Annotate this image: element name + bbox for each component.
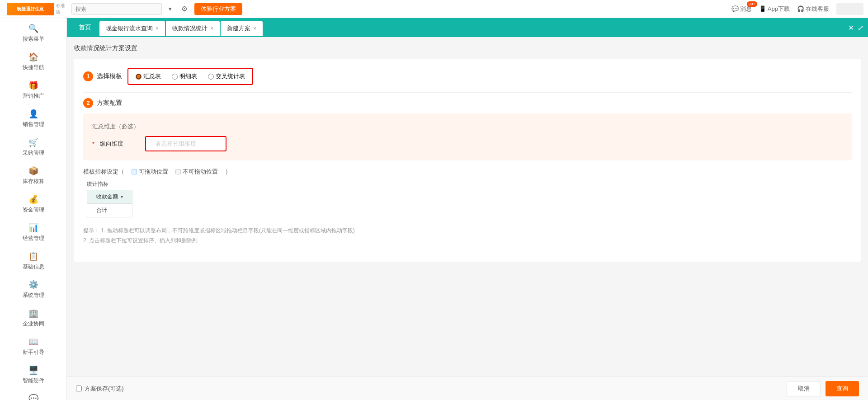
tab-close-icon[interactable]: × [253, 25, 256, 32]
settings-icon[interactable]: ⚙ [178, 3, 191, 15]
sidebar-item-label: 经营管理 [23, 235, 44, 242]
metrics-grid: 收款金额 ▾ 合计 [87, 190, 132, 217]
enterprise-icon: 🏢 [28, 308, 38, 318]
wechat-icon: 💬 [28, 394, 38, 400]
sidebar-item-quick-nav[interactable]: 🏠 快捷导航 [0, 47, 66, 75]
cancel-button[interactable]: 取消 [787, 381, 821, 396]
tab-home[interactable]: 首页 [71, 20, 99, 35]
divider1 [83, 92, 852, 93]
step1-title: 选择模板 [97, 72, 122, 80]
arrow-separator: —— [129, 141, 140, 147]
sidebar-item-system[interactable]: ⚙️ 系统管理 [0, 274, 66, 303]
dimension-placeholder: 请选择分组维度 [155, 140, 196, 147]
sidebar-item-search-menu[interactable]: 🔍 搜索菜单 [0, 18, 66, 47]
draggable-tag: 可拖动位置 [132, 168, 168, 176]
logo-image: 畅捷通好生意 [7, 3, 54, 15]
app-logo: 畅捷通好生意 标准版 [5, 0, 68, 18]
sidebar-item-label: 销售管理 [23, 121, 44, 128]
sidebar-item-label: 系统管理 [23, 292, 44, 299]
sidebar-item-label: 企业协同 [23, 320, 44, 328]
dimension-section-label: 汇总维度（必选） [92, 122, 843, 131]
tab-close-icon[interactable]: × [156, 25, 159, 32]
drag-dot-blue [132, 169, 137, 174]
sidebar-item-label: 新手引导 [23, 348, 44, 356]
tab-cash-query[interactable]: 现金银行流水查询 × [99, 21, 165, 36]
tab-label: 现金银行流水查询 [106, 24, 153, 33]
sidebar-item-label: 库存核算 [23, 178, 44, 185]
step1-section: 1 选择模板 汇总表 明细表 [83, 68, 852, 85]
service-label: 在线客服 [806, 5, 829, 13]
message-button[interactable]: 💬 消息 99+ [731, 5, 752, 13]
sidebar-item-inventory[interactable]: 📦 库存核算 [0, 160, 66, 189]
top-bar-right: 💬 消息 99+ 📱 App下载 🎧 在线客服 [731, 3, 863, 15]
trial-button[interactable]: 体验行业方案 [194, 3, 242, 15]
sidebar-item-purchase[interactable]: 🛒 采购管理 [0, 132, 66, 160]
page-title: 收款情况统计方案设置 [74, 44, 861, 52]
window-maximize-icon[interactable]: ⤢ [858, 24, 863, 32]
required-star: * [92, 141, 94, 147]
step2-header: 2 方案配置 [83, 98, 852, 108]
service-button[interactable]: 🎧 在线客服 [797, 5, 829, 13]
sidebar-item-enterprise[interactable]: 🏢 企业协同 [0, 303, 66, 331]
sidebar-item-finance[interactable]: 💰 资金管理 [0, 189, 66, 217]
sidebar-item-label: 基础信息 [23, 263, 44, 271]
page-content: 收款情况统计方案设置 1 选择模板 汇总表 [67, 37, 868, 376]
step2-number: 2 [83, 98, 93, 108]
col-body-label: 合计 [96, 207, 107, 213]
query-button[interactable]: 查询 [826, 381, 859, 396]
radio-cross[interactable]: 交叉统计表 [208, 72, 245, 80]
content-area: 首页 现金银行流水查询 × 收款情况统计 × 新建方案 × ✕ ⤢ 收款情况统计… [67, 18, 868, 400]
radio-cross-label: 交叉统计表 [216, 72, 245, 80]
search-input[interactable] [71, 3, 162, 15]
app-version: 标准版 [56, 3, 68, 15]
search-dropdown-icon[interactable]: ▾ [165, 5, 175, 14]
radio-detail[interactable]: 明细表 [172, 72, 197, 80]
basic-info-icon: 📋 [28, 251, 38, 261]
logo-text: 畅捷通好生意 [17, 6, 44, 12]
sidebar-item-wechat[interactable]: 💬 企业微信 [0, 388, 66, 400]
radio-summary[interactable]: 汇总表 [136, 72, 161, 80]
dimension-box: 汇总维度（必选） * 纵向维度 —— 请选择分组维度 [83, 113, 852, 160]
finance-icon: 💰 [28, 194, 38, 204]
guide-icon: 📖 [28, 337, 38, 347]
radio-summary-input[interactable] [136, 74, 142, 80]
tab-close-icon[interactable]: × [210, 25, 213, 32]
tab-collection-stats[interactable]: 收款情况统计 × [166, 21, 220, 36]
sidebar-item-label: 营销推广 [23, 92, 44, 100]
step2-section: 2 方案配置 汇总维度（必选） * 纵向维度 —— 请选择分组维度 [83, 98, 852, 245]
radio-detail-input[interactable] [172, 74, 178, 80]
inventory-icon: 📦 [28, 166, 38, 176]
sidebar-item-label: 采购管理 [23, 149, 44, 157]
download-button[interactable]: 📱 App下载 [759, 5, 790, 13]
sidebar-item-hardware[interactable]: 🖥️ 智能硬件 [0, 360, 66, 388]
sidebar-item-marketing[interactable]: 🎁 营销推广 [0, 75, 66, 104]
tab-new-plan[interactable]: 新建方案 × [221, 21, 263, 36]
quick-nav-icon: 🏠 [28, 52, 38, 62]
drag-label: 可拖动位置 [139, 168, 168, 176]
save-checkbox[interactable] [76, 386, 82, 391]
sales-icon: 👤 [28, 109, 38, 119]
chevron-down-icon[interactable]: ▾ [121, 194, 123, 199]
tip-line2: 2. 点击标题栏下拉可设置排序、插入列和删除列 [83, 236, 852, 246]
sidebar-item-basic-info[interactable]: 📋 基础信息 [0, 246, 66, 274]
footer-buttons: 取消 查询 [787, 381, 859, 396]
sidebar-item-sales[interactable]: 👤 销售管理 [0, 104, 66, 132]
sidebar-item-label: 搜索菜单 [23, 35, 44, 43]
hardware-icon: 🖥️ [28, 365, 38, 375]
metrics-table-wrapper: 统计指标 收款金额 ▾ 合计 [87, 180, 852, 219]
user-avatar[interactable] [836, 3, 863, 15]
radio-cross-input[interactable] [208, 74, 214, 80]
metrics-header-row: 模板指标设定（ 可拖动位置 不可拖动位置 ） [83, 168, 852, 176]
metrics-section: 模板指标设定（ 可拖动位置 不可拖动位置 ） [83, 168, 852, 219]
dimension-select[interactable]: 请选择分组维度 [145, 136, 226, 151]
sidebar-item-operations[interactable]: 📊 经营管理 [0, 217, 66, 246]
download-icon: 📱 [759, 5, 766, 12]
top-bar: 畅捷通好生意 标准版 ▾ ⚙ 体验行业方案 💬 消息 99+ 📱 App下载 🎧… [0, 0, 868, 18]
template-radio-group: 汇总表 明细表 交叉统计表 [127, 68, 253, 85]
sidebar-item-guide[interactable]: 📖 新手引导 [0, 331, 66, 360]
tab-bar-right-controls: ✕ ⤢ [848, 24, 863, 32]
window-close-icon[interactable]: ✕ [848, 24, 854, 32]
operations-icon: 📊 [28, 223, 38, 233]
tips-section: 提示： 1. 拖动标题栏可以调整布局，不可跨维度或指标区域拖动栏目字段(只能在同… [83, 226, 852, 245]
dimension-row: * 纵向维度 —— 请选择分组维度 [92, 136, 843, 151]
